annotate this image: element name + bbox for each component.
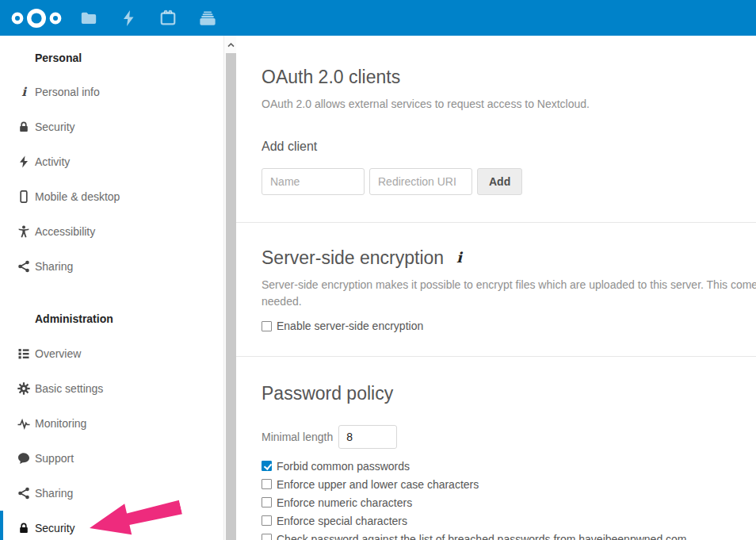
sidebar-item-sharing-admin[interactable]: Sharing <box>0 476 223 511</box>
policy-row-special: Enforce special characters <box>262 511 756 530</box>
password-policy-title: Password policy <box>262 382 393 404</box>
files-folder-icon[interactable] <box>79 0 98 36</box>
nextcloud-logo[interactable] <box>8 0 65 36</box>
sidebar-scrollbar[interactable] <box>223 36 236 540</box>
deck-icon[interactable] <box>198 0 217 36</box>
enable-encryption-label: Enable server-side encryption <box>277 320 423 332</box>
add-client-button[interactable]: Add <box>477 168 522 195</box>
sidebar-section-personal: Personal <box>0 36 223 75</box>
settings-sidebar: Personal i Personal info Security Activi… <box>0 36 223 540</box>
share-icon <box>17 260 30 273</box>
sidebar-item-security-personal[interactable]: Security <box>0 109 223 144</box>
scrollbar-thumb[interactable] <box>226 53 236 540</box>
pulse-icon <box>17 417 30 430</box>
sidebar-item-mobile-desktop[interactable]: Mobile & desktop <box>0 179 223 214</box>
calendar-icon[interactable] <box>158 0 178 36</box>
policy-row-numeric: Enforce numeric characters <box>262 493 756 511</box>
top-header-bar <box>0 0 756 36</box>
minimal-length-label: Minimal length <box>262 431 333 443</box>
list-icon <box>17 347 30 360</box>
encryption-description-line2: needed. <box>262 293 756 310</box>
speech-bubble-icon <box>17 452 30 465</box>
sidebar-item-sharing-personal[interactable]: Sharing <box>0 249 223 284</box>
sidebar-item-security-admin[interactable]: Security <box>0 511 223 540</box>
enable-encryption-checkbox[interactable] <box>262 321 272 331</box>
lightning-icon <box>17 155 30 168</box>
oauth-description: OAuth 2.0 allows external services to re… <box>262 96 756 113</box>
chevron-up-icon[interactable] <box>224 38 237 52</box>
gear-icon <box>17 382 30 395</box>
sidebar-item-personal-info[interactable]: i Personal info <box>0 75 223 109</box>
sidebar-item-monitoring[interactable]: Monitoring <box>0 406 223 441</box>
policy-row-hibp: Check password against the list of breac… <box>262 530 756 540</box>
policy-row-forbid-common: Forbid common passwords <box>262 457 756 475</box>
info-icon: i <box>17 86 30 98</box>
enforce-special-checkbox[interactable] <box>262 515 272 526</box>
enforce-numeric-checkbox[interactable] <box>262 497 272 507</box>
sidebar-item-basic-settings[interactable]: Basic settings <box>0 371 223 406</box>
activity-lightning-icon[interactable] <box>119 0 138 36</box>
check-breached-passwords-checkbox[interactable] <box>262 534 272 540</box>
add-client-heading: Add client <box>262 140 756 154</box>
oauth-title: OAuth 2.0 clients <box>262 66 400 88</box>
forbid-common-passwords-checkbox[interactable] <box>262 461 272 471</box>
share-icon <box>17 487 30 500</box>
enforce-upper-lower-checkbox[interactable] <box>262 479 272 489</box>
sidebar-item-overview[interactable]: Overview <box>0 336 223 371</box>
sidebar-item-activity[interactable]: Activity <box>0 144 223 179</box>
enable-encryption-row: Enable server-side encryption <box>262 320 756 332</box>
client-name-input[interactable] <box>262 168 365 195</box>
encryption-section: Server-side encryptioni Server-side encr… <box>236 223 756 357</box>
settings-content: OAuth 2.0 clients OAuth 2.0 allows exter… <box>236 36 756 540</box>
sidebar-item-accessibility[interactable]: Accessibility <box>0 214 223 249</box>
password-policy-section: Password policy Minimal length Forbid co… <box>236 357 756 540</box>
minimal-length-input[interactable] <box>338 425 397 449</box>
info-icon[interactable]: i <box>456 249 462 266</box>
redirection-uri-input[interactable] <box>369 168 472 195</box>
encryption-description-line1: Server-side encryption makes it possible… <box>262 277 756 293</box>
mobile-icon <box>17 190 30 203</box>
sidebar-item-support[interactable]: Support <box>0 441 223 476</box>
oauth-section: OAuth 2.0 clients OAuth 2.0 allows exter… <box>236 36 756 223</box>
encryption-title: Server-side encryption <box>262 247 444 269</box>
policy-row-upper-lower: Enforce upper and lower case characters <box>262 475 756 493</box>
sidebar-section-administration: Administration <box>0 284 223 336</box>
lock-icon <box>17 522 30 534</box>
lock-icon <box>17 121 30 133</box>
accessibility-icon <box>17 225 30 238</box>
